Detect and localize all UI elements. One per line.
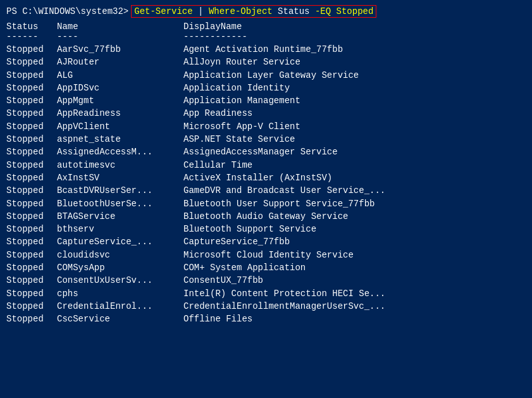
- prompt-text: PS C:\WINDOWS\system32>: [6, 6, 128, 16]
- header-name: Name: [57, 22, 183, 32]
- row-status: Stopped: [6, 69, 57, 82]
- table-row: StoppedBcastDVRUserSer...GameDVR and Bro…: [6, 184, 526, 197]
- command-prompt-line: PS C:\WINDOWS\system32> Get-Service | Wh…: [6, 5, 526, 18]
- row-displayname: Application Management: [183, 94, 526, 107]
- row-displayname: COM+ System Application: [183, 261, 526, 274]
- row-displayname: ConsentUX_77fbb: [183, 274, 526, 287]
- row-displayname: Microsoft Cloud Identity Service: [183, 249, 526, 261]
- table-row: StoppedcphsIntel(R) Content Protection H…: [6, 287, 526, 300]
- row-name: AssignedAccessM...: [57, 146, 183, 158]
- row-displayname: Bluetooth User Support Service_77fbb: [183, 197, 526, 210]
- divider-name: ----: [57, 32, 183, 42]
- table-row: StoppedAssignedAccessM...AssignedAccessM…: [6, 146, 526, 158]
- table-row: StoppedBluetoothUserSe...Bluetooth User …: [6, 197, 526, 210]
- row-status: Stopped: [6, 120, 57, 133]
- row-displayname: App Readiness: [183, 107, 526, 120]
- row-status: Stopped: [6, 274, 57, 287]
- row-displayname: Cellular Time: [183, 159, 526, 171]
- row-displayname: Bluetooth Audio Gateway Service: [183, 210, 526, 223]
- table-row: StoppedAppReadinessApp Readiness: [6, 107, 526, 120]
- row-name: ALG: [57, 69, 183, 82]
- row-status: Stopped: [6, 82, 57, 94]
- row-name: autotimesvc: [57, 159, 183, 171]
- row-displayname: AllJoyn Router Service: [183, 56, 526, 68]
- cmd-stopped-value: Stopped: [331, 6, 373, 16]
- row-status: Stopped: [6, 249, 57, 261]
- divider-displayname: ------------: [183, 32, 526, 42]
- cmd-pipe: |: [193, 6, 209, 16]
- table-row: StoppedbthservBluetooth Support Service: [6, 223, 526, 235]
- row-status: Stopped: [6, 107, 57, 120]
- row-status: Stopped: [6, 235, 57, 248]
- header-status: Status: [6, 22, 57, 32]
- row-name: AarSvc_77fbb: [57, 43, 183, 56]
- row-displayname: CredentialEnrollmentManagerUserSvc_...: [183, 300, 526, 313]
- divider-status: ------: [6, 32, 57, 42]
- row-status: Stopped: [6, 184, 57, 197]
- table-body: StoppedAarSvc_77fbbAgent Activation Runt…: [6, 43, 526, 326]
- terminal-window: PS C:\WINDOWS\system32> Get-Service | Wh…: [0, 0, 532, 398]
- cmd-get-service: Get-Service: [134, 6, 192, 16]
- row-displayname: Application Identity: [183, 82, 526, 94]
- row-status: Stopped: [6, 210, 57, 223]
- table-header: Status Name DisplayName: [6, 22, 526, 32]
- table-row: StoppedCOMSysAppCOM+ System Application: [6, 261, 526, 274]
- table-row: StoppedCscServiceOffline Files: [6, 313, 526, 325]
- command-box: Get-Service | Where-Object Status -EQ St…: [131, 5, 376, 18]
- row-displayname: ActiveX Installer (AxInstSV): [183, 171, 526, 184]
- row-name: BcastDVRUserSer...: [57, 184, 183, 197]
- table-row: StoppedAppVClientMicrosoft App-V Client: [6, 120, 526, 133]
- row-name: AppIDSvc: [57, 82, 183, 94]
- cmd-where-object: Where-Object: [209, 6, 273, 16]
- row-displayname: Application Layer Gateway Service: [183, 69, 526, 82]
- table-divider: ------ ---- ------------: [6, 32, 526, 42]
- table-row: StoppedALGApplication Layer Gateway Serv…: [6, 69, 526, 82]
- row-status: Stopped: [6, 287, 57, 300]
- row-name: AxInstSV: [57, 171, 183, 184]
- table-row: StoppedAarSvc_77fbbAgent Activation Runt…: [6, 43, 526, 56]
- table-row: StoppedAppMgmtApplication Management: [6, 94, 526, 107]
- table-row: StoppedConsentUxUserSv...ConsentUX_77fbb: [6, 274, 526, 287]
- row-name: AJRouter: [57, 56, 183, 68]
- row-name: aspnet_state: [57, 133, 183, 146]
- row-name: cphs: [57, 287, 183, 300]
- table-row: StoppedBTAGServiceBluetooth Audio Gatewa…: [6, 210, 526, 223]
- table-row: StoppedautotimesvcCellular Time: [6, 159, 526, 171]
- row-name: BTAGService: [57, 210, 183, 223]
- row-status: Stopped: [6, 43, 57, 56]
- row-displayname: Microsoft App-V Client: [183, 120, 526, 133]
- cmd-eq: -EQ: [315, 6, 331, 16]
- row-name: BluetoothUserSe...: [57, 197, 183, 210]
- row-name: cloudidsvc: [57, 249, 183, 261]
- row-name: CscService: [57, 313, 183, 325]
- table-row: StoppedCaptureService_...CaptureService_…: [6, 235, 526, 248]
- row-name: AppReadiness: [57, 107, 183, 120]
- row-displayname: Bluetooth Support Service: [183, 223, 526, 235]
- row-name: CredentialEnrol...: [57, 300, 183, 313]
- row-status: Stopped: [6, 94, 57, 107]
- row-displayname: AssignedAccessManager Service: [183, 146, 526, 158]
- table-row: StoppedCredentialEnrol...CredentialEnrol…: [6, 300, 526, 313]
- row-displayname: Agent Activation Runtime_77fbb: [183, 43, 526, 56]
- row-status: Stopped: [6, 223, 57, 235]
- row-name: CaptureService_...: [57, 235, 183, 248]
- row-name: COMSysApp: [57, 261, 183, 274]
- row-status: Stopped: [6, 133, 57, 146]
- row-status: Stopped: [6, 56, 57, 68]
- row-name: AppMgmt: [57, 94, 183, 107]
- table-row: StoppedAJRouterAllJoyn Router Service: [6, 56, 526, 68]
- table-row: StoppedcloudidsvcMicrosoft Cloud Identit…: [6, 249, 526, 261]
- row-status: Stopped: [6, 197, 57, 210]
- table-row: StoppedAxInstSVActiveX Installer (AxInst…: [6, 171, 526, 184]
- row-status: Stopped: [6, 300, 57, 313]
- row-displayname: Offline Files: [183, 313, 526, 325]
- table-row: StoppedAppIDSvcApplication Identity: [6, 82, 526, 94]
- row-displayname: GameDVR and Broadcast User Service_...: [183, 184, 526, 197]
- row-status: Stopped: [6, 159, 57, 171]
- row-status: Stopped: [6, 171, 57, 184]
- row-status: Stopped: [6, 261, 57, 274]
- cmd-status-param: Status: [273, 6, 315, 16]
- row-name: AppVClient: [57, 120, 183, 133]
- row-status: Stopped: [6, 146, 57, 158]
- row-name: ConsentUxUserSv...: [57, 274, 183, 287]
